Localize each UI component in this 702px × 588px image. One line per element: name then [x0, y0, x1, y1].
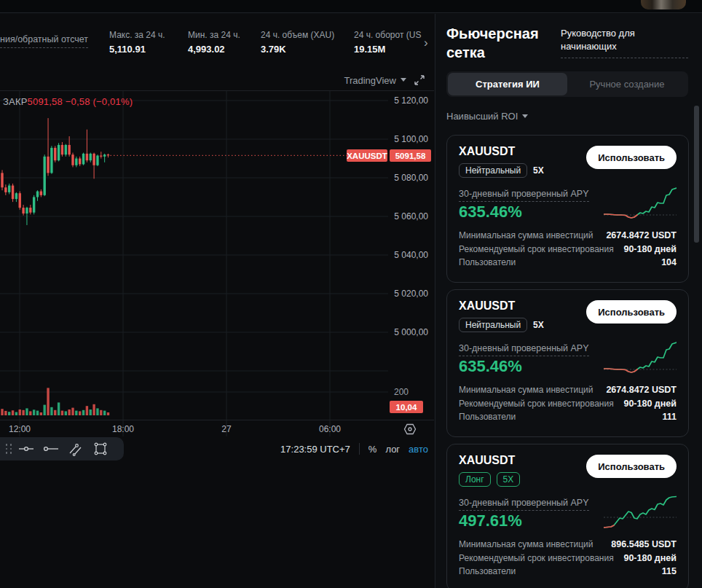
stat-high-24h: Макс. за 24 ч. 5,110.91	[109, 30, 165, 55]
card-symbol: XAUUSDT	[459, 454, 515, 467]
fullscreen-icon[interactable]	[414, 74, 425, 86]
direction-badge: Нейтральный	[459, 163, 527, 178]
apy-value: 635.46%	[459, 357, 522, 376]
candlestick-chart[interactable]	[0, 91, 388, 436]
sort-dropdown[interactable]: Наивысший ROI	[446, 111, 528, 122]
clock[interactable]: 17:23:59 UTC+7	[280, 444, 350, 455]
chart-panel: ния/обратный отсчет Макс. за 24 ч. 5,110…	[0, 14, 434, 588]
stat-volume-24h: 24 ч. объем (XAU) 3.79K	[261, 30, 334, 55]
chart-source-row: TradingView	[0, 72, 434, 90]
strategy-card[interactable]: XAUUSDT Нейтральный 5X Использовать 30-д…	[446, 289, 689, 437]
toolbar-drag-handle-icon[interactable]	[4, 443, 14, 455]
card-symbol: XAUUSDT	[459, 299, 515, 313]
price-axis[interactable]: 5 120,005 100,005 080,005 060,005 040,00…	[389, 91, 434, 436]
strategy-tabs: Стратегия ИИ Ручное создание	[446, 71, 688, 97]
use-strategy-button[interactable]: Использовать	[586, 146, 677, 169]
card-badges: Нейтральный 5X	[459, 163, 544, 178]
price-tick: 5 060,00	[394, 211, 428, 222]
stats-more-chevron-icon[interactable]: ›	[424, 36, 428, 50]
apy-sparkline	[604, 340, 677, 377]
time-tick: 27	[221, 424, 231, 434]
chart-footer: 17:23:59 UTC+7 % лог авто	[0, 437, 434, 460]
leverage-badge: 5X	[533, 318, 544, 332]
strategy-card-list: XAUUSDT Нейтральный 5X Использовать 30-д…	[446, 135, 689, 588]
top-strip	[0, 0, 702, 13]
min-investment-value: 896.5485 USDT	[611, 538, 677, 552]
sort-label: Наивысший ROI	[446, 111, 518, 122]
trend-line-tool-icon[interactable]	[63, 439, 88, 459]
price-tick: 5 100,00	[394, 134, 428, 144]
use-strategy-button[interactable]: Использовать	[586, 455, 677, 478]
stat-turnover-24h: 24 ч. оборот (US 19.15M	[354, 30, 421, 55]
log-scale-button[interactable]: лог	[385, 444, 400, 455]
card-details: Минимальная сумма инвестиций2674.8472 US…	[459, 229, 677, 270]
time-tick: 18:00	[112, 424, 134, 434]
tab-manual-create[interactable]: Ручное создание	[567, 73, 687, 95]
duration-value: 90-180 дней	[623, 243, 677, 256]
tab-ai-strategy[interactable]: Стратегия ИИ	[448, 73, 567, 95]
strategy-card[interactable]: XAUUSDT Нейтральный 5X Использовать 30-д…	[446, 135, 689, 283]
beginners-guide-link[interactable]: Руководство для начинающих	[561, 27, 688, 58]
duration-value: 90-180 дней	[623, 397, 677, 411]
axis-settings-icon[interactable]	[403, 422, 417, 436]
time-tick: 12:00	[9, 424, 31, 434]
apy-label[interactable]: 30-дневный проверенный APY	[459, 189, 589, 202]
scrollbar[interactable]	[694, 106, 699, 243]
apy-sparkline	[604, 494, 677, 532]
price-tick: 5 040,00	[394, 250, 428, 260]
horizontal-ray-tool-icon[interactable]	[39, 439, 63, 459]
direction-badge: Лонг	[459, 472, 491, 487]
apy-value: 635.46%	[459, 203, 522, 222]
strategy-card[interactable]: XAUUSDT Лонг 5X Использовать 30-дневный …	[446, 444, 689, 588]
card-details: Минимальная сумма инвестиций896.5485 USD…	[459, 538, 677, 579]
time-tick: 06:00	[319, 424, 341, 434]
price-tick: 5 000,00	[394, 327, 428, 337]
direction-badge: Нейтральный	[459, 318, 527, 332]
chevron-down-icon	[522, 114, 528, 118]
users-value: 104	[661, 256, 677, 270]
chart-footer-controls: 17:23:59 UTC+7 % лог авто	[280, 437, 428, 460]
use-strategy-button[interactable]: Использовать	[586, 300, 677, 324]
auto-scale-button[interactable]: авто	[409, 444, 428, 455]
last-price-tag: 5091,58	[390, 149, 431, 162]
divider	[359, 443, 360, 455]
price-tick: 5 120,00	[394, 95, 428, 106]
card-details: Минимальная сумма инвестиций2674.8472 US…	[459, 383, 677, 424]
price-tick: 5 020,00	[394, 289, 428, 299]
trading-app: ния/обратный отсчет Макс. за 24 ч. 5,110…	[0, 0, 702, 588]
min-investment-value: 2674.8472 USDT	[606, 383, 677, 397]
funding-countdown-label[interactable]: ния/обратный отсчет	[0, 34, 88, 48]
leverage-badge: 5X	[497, 472, 521, 487]
stat-low-24h: Мин. за 24 ч. 4,993.02	[188, 30, 240, 55]
users-value: 111	[663, 410, 677, 424]
leverage-badge: 5X	[533, 164, 544, 177]
apy-value: 497.61%	[459, 511, 522, 530]
apy-label[interactable]: 30-дневный проверенный APY	[459, 343, 589, 356]
users-value: 115	[662, 565, 677, 579]
percent-scale-button[interactable]: %	[368, 444, 377, 455]
card-badges: Лонг 5X	[459, 472, 520, 487]
duration-value: 90-180 дней	[623, 552, 677, 565]
promo-image	[641, 0, 686, 9]
price-tick: 5 080,00	[394, 173, 428, 183]
apy-sparkline	[604, 185, 677, 223]
time-axis[interactable]: 12:0018:002706:00	[0, 420, 434, 437]
drawing-toolbar	[0, 437, 124, 460]
futures-grid-panel: Фьючерсная сетка Руководство для начинаю…	[435, 14, 702, 588]
apy-label[interactable]: 30-дневный проверенный APY	[459, 498, 589, 511]
page-title: Фьючерсная сетка	[446, 24, 563, 62]
last-volume-tag: 10,04	[390, 401, 423, 413]
card-badges: Нейтральный 5X	[459, 318, 544, 332]
tradingview-selector[interactable]: TradingView	[344, 75, 396, 86]
chart-legend: ЗАКР5091,58 −0,58 (−0,01%)	[3, 96, 133, 107]
min-investment-value: 2674.8472 USDT	[606, 229, 677, 243]
last-price-symbol-tag: XAUUSDT	[347, 149, 387, 162]
rectangle-tool-icon[interactable]	[88, 439, 113, 459]
card-symbol: XAUUSDT	[459, 145, 515, 158]
volume-axis-label: 200	[394, 387, 409, 397]
chevron-down-icon	[401, 78, 406, 82]
horizontal-line-tool-icon[interactable]	[14, 439, 39, 459]
market-info-bar: ния/обратный отсчет Макс. за 24 ч. 5,110…	[0, 23, 434, 66]
